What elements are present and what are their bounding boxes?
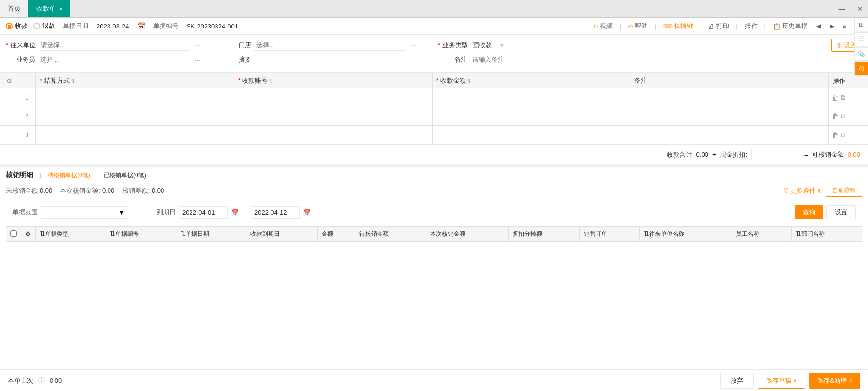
radio-tuikuan[interactable]: 退款 [33, 22, 55, 30]
staff-more-icon[interactable]: ··· [192, 56, 202, 64]
filter-icon: ▽ [784, 187, 788, 194]
range-filter-field: 单据范围 ▼ [12, 206, 129, 219]
list-btn[interactable]: ≡ [841, 22, 848, 30]
form-section: 往来单位 ··· 门店 ··· 业务类型 预收款 ▼ ⚙ 设置 [0, 35, 868, 73]
business-type-field: 业务类型 预收款 ▼ [438, 41, 595, 50]
col-settings[interactable]: ⚙ [0, 73, 18, 88]
filter-settings-button[interactable]: 设置 [826, 205, 856, 219]
summary-row: 收款合计 0.00 + 现金折扣: = 可核销金额 0.00 [0, 144, 868, 164]
col-num [18, 73, 36, 88]
row3-amount-input[interactable] [433, 129, 630, 140]
discount-input[interactable] [751, 149, 800, 160]
history-btn[interactable]: 📋 历史单据 [771, 21, 810, 31]
table-row: 3 🗑 ⧉ [0, 126, 868, 144]
range-select[interactable]: ▼ [41, 206, 129, 219]
hexiao-pending-tab[interactable]: 待核销单据(0笔) [48, 171, 90, 180]
print-btn[interactable]: 🖨 打印 [706, 21, 731, 31]
shortcut-btn[interactable]: ⌨ 快捷键 [661, 21, 695, 31]
sort-icon-unit: ⇅ [644, 230, 649, 237]
save-new-arrow-icon: ∧ [849, 378, 852, 383]
row2-delete-icon[interactable]: 🗑 [832, 112, 839, 120]
row1-delete-icon[interactable]: 🗑 [832, 94, 839, 102]
query-button[interactable]: 查询 [795, 205, 823, 219]
radio-shoukuan[interactable]: 收款 [6, 22, 27, 30]
table-gear-icon[interactable]: ⚙ [6, 77, 12, 84]
remark-input[interactable] [470, 55, 862, 65]
from-unit-more-icon[interactable]: ··· [192, 41, 202, 49]
memo-input[interactable] [254, 55, 418, 65]
prev-btn[interactable]: ◀ [814, 22, 823, 30]
auto-hexiao-button[interactable]: 自动核销 [826, 184, 862, 197]
row3-remark-input[interactable] [630, 129, 828, 140]
discount-label: 现金折扣: [720, 150, 747, 159]
row2-amount-input[interactable] [433, 111, 630, 122]
range-label: 单据范围 [12, 208, 38, 217]
row1-amount-input[interactable] [433, 92, 630, 103]
sort-icon-dept: ⇅ [796, 230, 801, 237]
payment-type-radio: 收款 退款 [6, 22, 55, 30]
store-more-icon[interactable]: ··· [408, 41, 418, 49]
col-doc-date: ⇅单据日期 [176, 227, 246, 242]
payment-table: ⚙ 结算方式⇅ 收款账号⇅ 收款金额⇅ 备注 操作 [0, 73, 868, 144]
remark-label: 备注 [438, 56, 467, 64]
sort-icon-doc-num: ⇅ [110, 230, 115, 237]
business-type-dropdown-icon[interactable]: ▼ [499, 42, 505, 49]
operation-btn[interactable]: 操作 [743, 21, 760, 31]
right-panel-btn-2[interactable]: ☰ [854, 32, 868, 46]
tab-home[interactable]: 首页 [0, 0, 28, 17]
right-panel-btn-3[interactable]: 📎 [854, 47, 868, 61]
col-settlement: 结算方式⇅ [36, 73, 234, 88]
date-separator: — [242, 209, 248, 216]
calendar-icon[interactable]: 📅 [137, 22, 145, 30]
date-start-calendar-icon[interactable]: 📅 [231, 209, 239, 216]
save-draft-button[interactable]: 保存草稿 ∧ [758, 373, 805, 389]
row1-account-input[interactable] [234, 92, 432, 103]
unverified-stat: 未核销金额 0.00 [6, 186, 52, 195]
staff-input[interactable] [38, 55, 190, 65]
business-type-label: 业务类型 [438, 41, 468, 50]
row1-remark-input[interactable] [630, 92, 828, 103]
next-btn[interactable]: ▶ [828, 22, 836, 30]
row2-account-input[interactable] [234, 111, 432, 122]
row3-copy-icon[interactable]: ⧉ [841, 131, 845, 139]
maximize-icon[interactable]: □ [849, 5, 853, 13]
row3-delete-icon[interactable]: 🗑 [832, 131, 839, 139]
row2-settlement-input[interactable] [36, 111, 234, 122]
bottom-bar: 本单上次 ⓘ 0.00 放弃 保存草稿 ∧ 保存&新增 ∧ [0, 369, 868, 391]
toolbar-right: ⊙ 视频 | ⊙ 帮助 | ⌨ 快捷键 | 🖨 打印 | 操作 | [591, 21, 862, 31]
row2-copy-icon[interactable]: ⧉ [841, 112, 845, 120]
select-all-checkbox[interactable] [10, 230, 17, 237]
help-btn[interactable]: ⊙ 帮助 [626, 21, 650, 31]
tab-current[interactable]: 收款单 × [28, 0, 70, 17]
store-input[interactable] [254, 40, 406, 51]
row1-settlement-input[interactable] [36, 92, 234, 103]
video-btn[interactable]: ⊙ 视频 [591, 21, 615, 31]
form-row-2: 业务员 ··· 摘要 备注 [6, 55, 862, 65]
discard-button[interactable]: 放弃 [720, 373, 754, 389]
row2-remark-input[interactable] [630, 111, 828, 122]
right-panel-ai-button[interactable]: Ai [854, 62, 868, 76]
close-icon[interactable]: ✕ [857, 5, 863, 13]
right-panel-btn-1[interactable]: ⊞ [854, 18, 868, 31]
col-checkbox[interactable] [6, 227, 21, 242]
date-end-calendar-icon[interactable]: 📅 [303, 209, 311, 216]
more-conditions-btn[interactable]: ▽ 更多条件 ∧ [784, 186, 822, 195]
col-pending-amount: 待核销金额 [355, 227, 426, 242]
row3-account-input[interactable] [234, 129, 432, 140]
minimize-icon[interactable]: — [839, 5, 845, 13]
gear-icon: ⚙ [837, 42, 842, 49]
store-field: 门店 ··· [222, 40, 418, 51]
print-icon: 🖨 [708, 23, 715, 30]
date-start-input[interactable] [179, 206, 228, 219]
bottom-table-gear-icon[interactable]: ⚙ [25, 230, 31, 238]
hexiao-done-tab[interactable]: 已核销单据(0笔) [104, 171, 146, 180]
date-end-input[interactable] [251, 206, 300, 219]
row3-settlement-input[interactable] [36, 129, 234, 140]
row1-copy-icon[interactable]: ⧉ [841, 93, 845, 102]
col-gear[interactable]: ⚙ [21, 227, 36, 242]
from-unit-input[interactable] [39, 40, 190, 51]
tab-close-icon[interactable]: × [59, 6, 62, 12]
save-new-button[interactable]: 保存&新增 ∧ [809, 373, 860, 389]
bottom-info-icon[interactable]: ⓘ [38, 376, 45, 385]
hexiao-info-icon[interactable]: ℹ [39, 172, 42, 179]
